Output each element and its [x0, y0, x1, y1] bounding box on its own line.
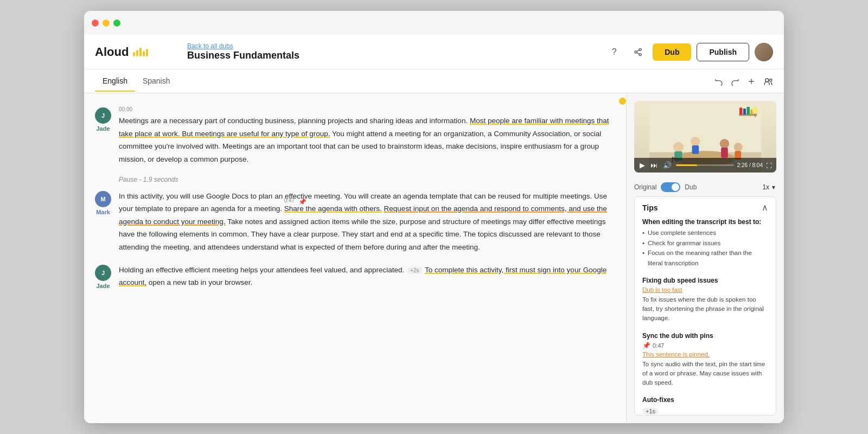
- tip-autofixes: Auto-fixes +1s These words moved forward…: [642, 396, 768, 416]
- pause-label: Pause - 1.9 seconds: [119, 176, 615, 183]
- pin-row: 📌 0:47: [642, 342, 768, 349]
- tip-editing-list: Use complete sentences Check for grammar…: [642, 228, 768, 268]
- volume-button[interactable]: 🔊: [662, 160, 673, 170]
- right-panel: ▶ ⏭ 🔊 2:26 / 8:04 ⛶ Original: [627, 93, 784, 423]
- segment-content: Holding an effective efficient meeting h…: [119, 264, 615, 289]
- tip-pins-text: To sync audio with the text, pin the sta…: [642, 360, 768, 388]
- autofix-badge: +1s: [642, 407, 659, 415]
- play-button[interactable]: ▶: [639, 160, 646, 170]
- dub-too-fast-label: Dub is too fast: [642, 286, 768, 293]
- header: Aloud Back to all dubs Business Fundamen…: [84, 35, 784, 69]
- tabbar: English Spanish: [84, 69, 784, 93]
- speaker-name-mark: Mark: [96, 209, 110, 215]
- svg-point-18: [734, 143, 743, 151]
- svg-line-3: [637, 53, 640, 54]
- speaker-avatar-jade: J: [95, 107, 111, 124]
- speed-dropdown-icon: ▼: [771, 184, 776, 190]
- progress-fill: [676, 164, 697, 166]
- svg-line-4: [637, 50, 640, 52]
- svg-rect-17: [721, 148, 728, 158]
- svg-rect-26: [746, 107, 750, 114]
- transcript-segment: M Mark In this activity, you will use Go…: [95, 190, 615, 254]
- tips-section: Tips ∧ When editing the transcript its b…: [634, 196, 776, 416]
- video-controls: ▶ ⏭ 🔊 2:26 / 8:04 ⛶: [634, 158, 776, 173]
- timestamp: 00:00: [119, 106, 615, 112]
- tips-header[interactable]: Tips ∧: [635, 197, 776, 218]
- segment-content: 00:00 Meetings are a necessary part of c…: [119, 106, 615, 166]
- tip-dub-speed: Fixing dub speed issues Dub is too fast …: [642, 277, 768, 323]
- pin-icon: 📌: [642, 342, 650, 349]
- tip-editing: When editing the transcript its best to:…: [642, 218, 768, 268]
- svg-point-1: [635, 51, 637, 53]
- fullscreen-button[interactable]: ⛶: [766, 162, 772, 169]
- dub-button[interactable]: Dub: [653, 43, 691, 61]
- svg-point-14: [691, 137, 700, 146]
- transcript-segment: J Jade 00:00 Meetings are a necessary pa…: [95, 106, 615, 166]
- tab-actions: [714, 77, 773, 86]
- undo-button[interactable]: [714, 77, 723, 86]
- close-button[interactable]: [92, 20, 99, 27]
- svg-rect-15: [692, 145, 699, 154]
- speaker-name-jade: Jade: [96, 125, 110, 132]
- traffic-lights: [92, 20, 120, 27]
- svg-point-28: [752, 107, 759, 114]
- svg-point-16: [720, 139, 729, 148]
- audio-toggle-row: Original Dub 1x ▼: [627, 178, 784, 196]
- speaker-name-jade2: Jade: [96, 283, 110, 289]
- logo-area: Aloud: [95, 45, 182, 59]
- tab-english[interactable]: English: [95, 71, 135, 92]
- add-button[interactable]: [747, 77, 756, 86]
- redo-button[interactable]: [731, 77, 739, 86]
- dub-label: Dub: [685, 183, 697, 191]
- main-content: J Jade 00:00 Meetings are a necessary pa…: [84, 93, 784, 423]
- minimize-button[interactable]: [103, 20, 110, 27]
- svg-point-7: [765, 78, 769, 81]
- tip-dub-speed-text: To fix issues where the dub is spoken to…: [642, 295, 768, 323]
- progress-bar[interactable]: [676, 164, 734, 166]
- logo-text: Aloud: [95, 45, 129, 59]
- tab-spanish[interactable]: Spanish: [135, 71, 178, 92]
- back-link[interactable]: Back to all dubs: [187, 42, 299, 50]
- app-window: Aloud Back to all dubs Business Fundamen…: [84, 11, 784, 423]
- svg-rect-24: [739, 108, 743, 115]
- speaker-avatar-jade2: J: [95, 265, 111, 281]
- breadcrumb-area: Back to all dubs Business Fundamentals: [187, 42, 299, 61]
- timeline-marker: [619, 98, 626, 105]
- titlebar: [84, 11, 784, 35]
- svg-point-8: [769, 79, 772, 81]
- tips-content: When editing the transcript its best to:…: [635, 218, 776, 416]
- tip-list-item: Use complete sentences: [642, 228, 768, 238]
- speed-selector[interactable]: 1x ▼: [762, 183, 776, 191]
- tip-editing-heading: When editing the transcript its best to:: [642, 218, 768, 226]
- segment-content: In this activity, you will use Google Do…: [119, 190, 615, 254]
- speakers-button[interactable]: [763, 77, 773, 86]
- publish-button[interactable]: Publish: [697, 43, 749, 61]
- tip-list-item: Focus on the meaning rather than the lit…: [642, 248, 768, 268]
- tips-title: Tips: [642, 203, 658, 212]
- transcript-text[interactable]: In this activity, you will use Google Do…: [119, 190, 615, 254]
- transcript-segment: J Jade Holding an effective efficient me…: [95, 264, 615, 289]
- video-container: ▶ ⏭ 🔊 2:26 / 8:04 ⛶: [634, 101, 776, 173]
- time-display: 2:26 / 8:04: [737, 162, 763, 168]
- help-button[interactable]: ?: [605, 43, 623, 61]
- speaker-avatar-mark: M: [95, 191, 111, 207]
- avatar[interactable]: [755, 43, 773, 61]
- transcript-text[interactable]: Meetings are a necessary part of conduct…: [119, 114, 615, 166]
- tip-dub-speed-heading: Fixing dub speed issues: [642, 277, 768, 284]
- share-button[interactable]: [629, 43, 647, 61]
- logo-icon: [133, 48, 148, 56]
- transcript-panel[interactable]: J Jade 00:00 Meetings are a necessary pa…: [84, 93, 627, 423]
- transcript-text[interactable]: Holding an effective efficient meeting h…: [119, 264, 615, 289]
- page-title: Business Fundamentals: [187, 50, 299, 61]
- skip-button[interactable]: ⏭: [649, 160, 659, 170]
- tip-pins-heading: Sync the dub with pins: [642, 332, 768, 340]
- tip-autofixes-heading: Auto-fixes: [642, 396, 768, 404]
- audio-toggle[interactable]: [661, 182, 680, 192]
- tips-collapse-button[interactable]: ∧: [762, 202, 768, 213]
- tip-pins: Sync the dub with pins 📌 0:47 This sente…: [642, 332, 768, 388]
- maximize-button[interactable]: [113, 20, 120, 27]
- tip-list-item: Check for grammar issues: [642, 238, 768, 248]
- pin-time: 0:47: [653, 342, 664, 349]
- header-actions: ? Dub Publish: [605, 43, 773, 61]
- svg-point-2: [639, 53, 641, 55]
